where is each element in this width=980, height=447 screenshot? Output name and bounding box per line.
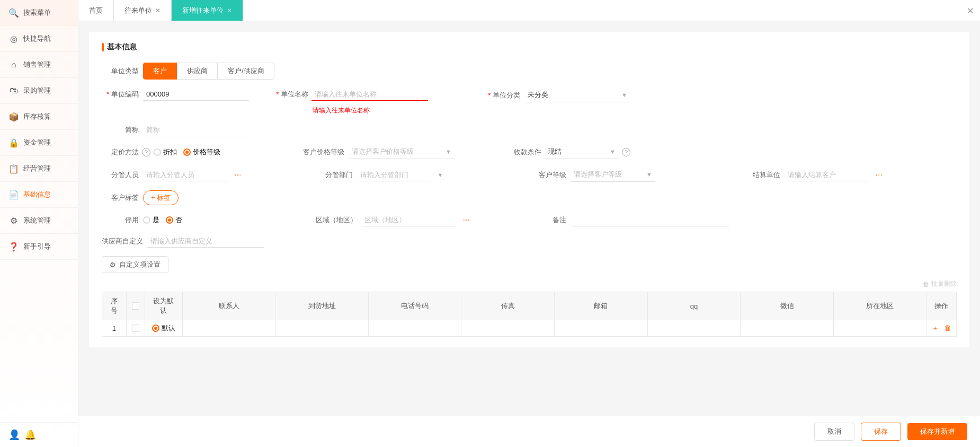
settlement-dots-btn[interactable]: ··· bbox=[874, 170, 885, 180]
sales-icon: ⌂ bbox=[8, 59, 19, 70]
row-phone-input[interactable] bbox=[374, 325, 456, 332]
manager-input[interactable] bbox=[143, 169, 228, 181]
tab-partners-close[interactable]: ✕ bbox=[155, 7, 161, 14]
region-input[interactable] bbox=[361, 214, 457, 226]
purchase-icon: 🛍 bbox=[8, 85, 19, 96]
row-delete-icon[interactable]: 🗑 bbox=[944, 324, 951, 332]
disable-field: 停用 是 否 bbox=[102, 215, 316, 225]
sidebar-item-finance[interactable]: 🔒 资金管理 bbox=[0, 130, 78, 156]
disable-radio-yes[interactable]: 是 bbox=[143, 215, 159, 225]
disable-row: 停用 是 否 区域（地区） ··· bbox=[102, 214, 957, 226]
sidebar-item-quick-nav[interactable]: ◎ 快捷导航 bbox=[0, 26, 78, 52]
unit-category-field: 单位分类 未分类 ▼ bbox=[483, 88, 957, 102]
pricing-row: 定价方法 ? 折扣 价格等级 客户价格等级 bbox=[102, 145, 957, 159]
inventory-icon: 📦 bbox=[8, 111, 19, 122]
row-qq-input[interactable] bbox=[653, 325, 735, 332]
customer-level-select[interactable]: 请选择客户等级 ▼ bbox=[571, 168, 655, 182]
payment-chevron: ▼ bbox=[610, 148, 616, 155]
cancel-button[interactable]: 取消 bbox=[814, 423, 854, 441]
row-contact[interactable] bbox=[182, 320, 275, 337]
batch-delete-bar: 🗑 批量删除 bbox=[102, 279, 957, 288]
settlement-input[interactable] bbox=[785, 169, 869, 181]
tab-home[interactable]: 首页 bbox=[78, 0, 114, 21]
row-checkbox[interactable] bbox=[132, 325, 139, 332]
row-add-icon[interactable]: ＋ bbox=[932, 324, 939, 332]
table-header: 序号 设为默认 联系人 到货地址 电话号码 传真 邮箱 qq 微信 所在地区 操… bbox=[102, 292, 957, 320]
batch-delete-label[interactable]: 批量删除 bbox=[931, 279, 957, 288]
unit-type-row: 单位类型 客户 供应商 客户/供应商 bbox=[102, 63, 957, 80]
row-wechat-input[interactable] bbox=[746, 325, 828, 332]
notification-icon[interactable]: 🔔 bbox=[24, 429, 36, 441]
pricing-help-icon[interactable]: ? bbox=[142, 148, 150, 156]
unit-name-input[interactable] bbox=[311, 88, 428, 101]
pricing-radio-level[interactable]: 价格等级 bbox=[183, 147, 220, 157]
col-region: 所在地区 bbox=[833, 292, 926, 320]
sidebar-item-system[interactable]: ⚙ 系统管理 bbox=[0, 208, 78, 234]
pricing-field: 定价方法 ? 折扣 价格等级 bbox=[102, 147, 303, 157]
sidebar-item-basic-info[interactable]: 📄 基础信息 bbox=[0, 182, 78, 208]
row-phone[interactable] bbox=[368, 320, 461, 337]
operations-icon: 📋 bbox=[8, 163, 19, 174]
disable-radio-group: 是 否 bbox=[143, 215, 182, 225]
type-btn-both[interactable]: 客户/供应商 bbox=[218, 63, 274, 80]
row-region-input[interactable] bbox=[839, 325, 921, 332]
disable-radio-no[interactable]: 否 bbox=[166, 215, 182, 225]
manager-dots-btn[interactable]: ··· bbox=[232, 170, 243, 180]
custom-settings-button[interactable]: ⚙ 自定义项设置 bbox=[102, 256, 168, 273]
sidebar-item-purchase[interactable]: 🛍 采购管理 bbox=[0, 78, 78, 104]
sidebar-item-sales[interactable]: ⌂ 销售管理 bbox=[0, 52, 78, 78]
supplier-custom-input[interactable] bbox=[147, 235, 264, 248]
sidebar-item-search-label: 搜索菜单 bbox=[23, 8, 51, 17]
row-qq[interactable] bbox=[647, 320, 741, 337]
row-region[interactable] bbox=[833, 320, 926, 337]
sidebar-item-purchase-label: 采购管理 bbox=[23, 86, 51, 95]
unit-code-input[interactable] bbox=[143, 88, 249, 101]
payment-select[interactable]: 现结 ▼ bbox=[545, 145, 619, 159]
table-row: 1 默认 bbox=[102, 320, 957, 337]
tab-new-partner-close[interactable]: ✕ bbox=[227, 7, 232, 14]
type-btn-supplier[interactable]: 供应商 bbox=[177, 63, 218, 80]
row-contact-input[interactable] bbox=[188, 325, 270, 332]
customer-level-placeholder: 请选择客户等级 bbox=[574, 170, 622, 179]
save-new-button[interactable]: 保存并新增 bbox=[907, 423, 967, 440]
unit-category-select[interactable]: 未分类 ▼ bbox=[524, 88, 630, 102]
remark-input[interactable] bbox=[571, 214, 729, 226]
tab-new-partner[interactable]: 新增往来单位 ✕ bbox=[172, 0, 243, 21]
user-icon[interactable]: 👤 bbox=[8, 429, 20, 441]
supplier-custom-field: 供应商自定义 bbox=[102, 235, 957, 248]
header-checkbox[interactable] bbox=[132, 302, 139, 310]
row-email[interactable] bbox=[555, 320, 648, 337]
sidebar-item-quick-nav-label: 快捷导航 bbox=[23, 34, 51, 43]
save-button[interactable]: 保存 bbox=[861, 423, 901, 441]
close-all-icon[interactable]: ✕ bbox=[967, 5, 974, 15]
row-wechat[interactable] bbox=[741, 320, 834, 337]
sidebar-item-operations[interactable]: 📋 经营管理 bbox=[0, 156, 78, 182]
guide-icon: ❓ bbox=[8, 241, 19, 252]
customer-price-select[interactable]: 请选择客户价格等级 ▼ bbox=[349, 145, 455, 159]
row-address[interactable] bbox=[275, 320, 369, 337]
sidebar-item-search[interactable]: 🔍 搜索菜单 bbox=[0, 0, 78, 26]
sidebar-item-inventory[interactable]: 📦 库存核算 bbox=[0, 104, 78, 130]
row-fax-input[interactable] bbox=[467, 325, 549, 332]
row-address-input[interactable] bbox=[281, 325, 363, 332]
type-btn-customer[interactable]: 客户 bbox=[143, 63, 177, 80]
col-default: 设为默认 bbox=[145, 292, 182, 320]
manager-field: 分管人员 ··· bbox=[102, 169, 316, 181]
tag-add-button[interactable]: + 标签 bbox=[143, 190, 179, 205]
abbreviation-input[interactable] bbox=[143, 124, 249, 136]
tab-partners[interactable]: 往来单位 ✕ bbox=[114, 0, 172, 21]
row-email-input[interactable] bbox=[560, 325, 642, 332]
payment-help-icon[interactable]: ? bbox=[622, 148, 630, 156]
department-label: 分管部门 bbox=[316, 170, 353, 180]
customer-price-field: 客户价格等级 请选择客户价格等级 ▼ bbox=[303, 145, 504, 159]
row-default-radio[interactable]: 默认 bbox=[150, 323, 177, 333]
pricing-radio-discount[interactable]: 折扣 bbox=[154, 147, 177, 157]
customer-price-placeholder: 请选择客户价格等级 bbox=[352, 147, 414, 156]
section-title-label: 基本信息 bbox=[107, 42, 137, 52]
region-dots-btn[interactable]: ··· bbox=[461, 215, 472, 225]
sidebar-item-guide[interactable]: ❓ 新手引导 bbox=[0, 234, 78, 260]
department-input[interactable] bbox=[357, 169, 431, 181]
unit-type-label: 单位类型 bbox=[102, 66, 139, 76]
row-fax[interactable] bbox=[461, 320, 555, 337]
pricing-label: 定价方法 bbox=[102, 147, 139, 157]
